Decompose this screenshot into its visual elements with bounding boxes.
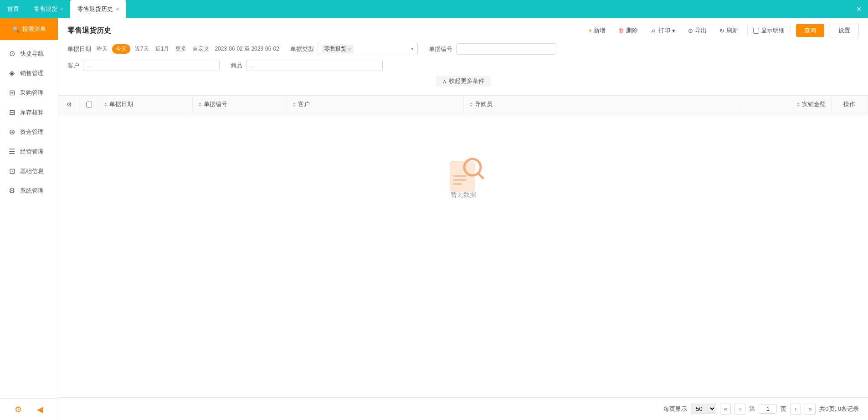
date-custom[interactable]: 自定义 [191,44,211,54]
date-yesterday[interactable]: 昨天 [95,44,109,54]
search-icon: 🔍 [12,26,20,33]
delete-label: 删除 [626,26,638,35]
goods-label: 商品 [231,61,242,70]
empty-illustration [443,150,484,191]
export-icon: ⊙ [688,27,693,34]
guide-sort-down [469,105,473,107]
prev-page-button[interactable]: ‹ [734,404,745,415]
col-date[interactable]: 单据日期 [98,96,193,113]
show-detail-toggle[interactable]: 显示明细 [753,26,785,35]
next-page-button[interactable]: › [790,404,801,415]
export-button[interactable]: ⊙ 导出 [684,25,710,36]
sidebar-item-label: 基础信息 [20,167,44,175]
customer-sort-icon[interactable] [293,102,296,107]
sidebar-item-system[interactable]: ⚙ 系统管理 [0,181,58,200]
col-guide[interactable]: 导购员 [464,96,737,113]
col-order-no[interactable]: 单据编号 [193,96,287,113]
pagination: 每页显示 50 10 20 100 « ‹ 第 页 › » 共0页, 0条记录 [58,397,868,420]
amount-sort-down [796,105,800,107]
per-page-select[interactable]: 50 10 20 100 [691,404,716,414]
col-order-no-label: 单据编号 [204,100,227,108]
col-amount[interactable]: 实销金额 [737,96,832,113]
purchase-icon: ⊞ [7,88,16,97]
svg-rect-3 [453,183,462,185]
table-container: ⚙ 单据日期 单据编号 [58,95,868,397]
tab-list: 首页 零售退货 × 零售退货历史 × [0,0,850,18]
customer-dots: ... [87,62,92,69]
main-layout: 🔍 搜索菜单 ⊙ 快捷导航 ◈ 销售管理 ⊞ 采购管理 ⊟ 库存核算 ⊕ 资金管 [0,18,868,420]
type-tag-close[interactable]: × [348,46,351,52]
date-more[interactable]: 更多 [174,44,188,54]
sidebar-item-quick-nav[interactable]: ⊙ 快捷导航 [0,44,58,63]
col-settings[interactable]: ⚙ [58,96,80,113]
filter-row-1: 单据日期 昨天 今天 近7天 近1月 更多 自定义 2023-06-02 至 2… [67,43,859,55]
date-quick-buttons: 昨天 今天 近7天 近1月 更多 自定义 [95,44,211,54]
collapse-up-icon: ∧ [442,78,447,85]
sidebar-bottom: ⚙ ◀ [0,398,58,420]
first-page-button[interactable]: « [720,404,731,415]
collapse-filter-button[interactable]: ∧ 收起更多条件 [436,76,491,87]
sidebar-item-operation[interactable]: ☰ 经营管理 [0,142,58,161]
amount-sort-icon[interactable] [796,102,800,107]
window-close-button[interactable]: × [850,0,868,18]
delete-button[interactable]: 🗑 删除 [615,25,642,36]
date-sort-icon[interactable] [104,102,108,107]
date-1month[interactable]: 近1月 [154,44,171,54]
sidebar-item-purchase[interactable]: ⊞ 采购管理 [0,83,58,102]
col-action: 操作 [832,96,868,113]
query-button[interactable]: 查询 [796,24,824,37]
select-all-checkbox[interactable] [86,102,92,108]
print-button[interactable]: 🖨 打印 ▾ [647,25,679,36]
tab-retail-return-label: 零售退货 [34,5,57,13]
tab-retail-return-history-label: 零售退货历史 [77,5,113,13]
type-select[interactable]: 零售退货 × ▾ [318,43,418,55]
sidebar-item-inventory[interactable]: ⊟ 库存核算 [0,102,58,122]
sidebar-item-basic[interactable]: ⊡ 基础信息 [0,161,58,181]
tab-retail-return-history[interactable]: 零售退货历史 × [70,0,126,18]
col-customer[interactable]: 客户 [287,96,464,113]
toolbar-divider2 [790,26,791,35]
tab-retail-return[interactable]: 零售退货 × [26,0,70,18]
tab-retail-return-close[interactable]: × [60,6,63,12]
goods-dots: ... [250,62,255,69]
new-button[interactable]: + 新增 [585,25,609,36]
tab-home[interactable]: 首页 [0,0,26,18]
print-arrow: ▾ [672,27,675,34]
table-header: ⚙ 单据日期 单据编号 [58,95,868,113]
customer-input[interactable]: ... [83,60,220,71]
last-page-icon: » [809,406,812,412]
type-label: 单据类型 [290,45,314,53]
settings-col-icon[interactable]: ⚙ [67,101,72,108]
sidebar-item-label: 库存核算 [20,108,44,117]
toolbar: + 新增 🗑 删除 🖨 打印 ▾ ⊙ 导出 [585,24,859,37]
show-detail-checkbox[interactable] [753,28,759,34]
settings-bottom-icon[interactable]: ⚙ [15,405,22,415]
goods-input[interactable]: ... [246,60,383,71]
sidebar-search[interactable]: 🔍 搜索菜单 [0,18,58,40]
guide-sort-up [469,102,473,104]
refresh-button[interactable]: ↻ 刷新 [716,25,742,36]
order-sort-down [198,105,202,107]
col-date-label: 单据日期 [109,100,133,108]
sidebar-menu: ⊙ 快捷导航 ◈ 销售管理 ⊞ 采购管理 ⊟ 库存核算 ⊕ 资金管理 ☰ 经营管… [0,40,58,398]
guide-sort-icon[interactable] [469,102,473,107]
date-7days[interactable]: 近7天 [133,44,151,54]
tab-retail-return-history-close[interactable]: × [116,6,118,12]
order-no-input[interactable] [456,43,556,55]
date-today[interactable]: 今天 [112,44,130,54]
amount-sort-up [796,102,800,104]
sidebar-item-sales[interactable]: ◈ 销售管理 [0,63,58,83]
date-label: 单据日期 [67,45,91,53]
date-filter: 单据日期 昨天 今天 近7天 近1月 更多 自定义 2023-06-02 至 2… [67,44,279,54]
collapse-sidebar-icon[interactable]: ◀ [37,405,43,415]
sidebar-item-label: 快捷导航 [20,50,44,58]
sidebar-item-finance[interactable]: ⊕ 资金管理 [0,122,58,142]
last-page-button[interactable]: » [805,404,816,415]
svg-rect-1 [453,175,467,177]
page-number-input[interactable] [759,404,777,414]
order-sort-icon[interactable] [198,102,202,107]
first-page-icon: « [724,406,727,412]
setting-button[interactable]: 设置 [830,24,859,37]
date-sort-down [104,105,108,107]
col-check[interactable] [80,96,98,113]
